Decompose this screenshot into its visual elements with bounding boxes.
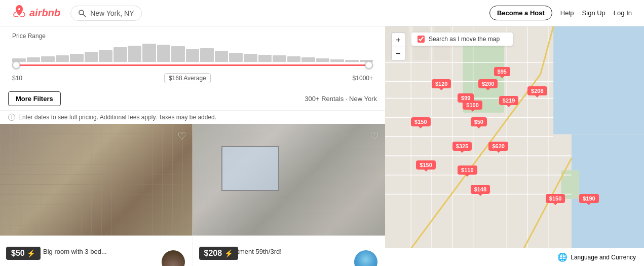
price-pin-4[interactable]: $100 — [463, 101, 482, 110]
header: airbnb New York, NY Become a Host Help S… — [0, 0, 644, 26]
price-histogram — [12, 44, 373, 62]
zoom-in-button[interactable]: + — [391, 32, 405, 47]
hist-bar — [128, 46, 142, 62]
wishlist-button-1[interactable]: ♡ — [177, 130, 186, 142]
slider-thumb-min[interactable] — [12, 61, 20, 69]
price-pin-11[interactable]: $150 — [416, 160, 435, 170]
hist-bar — [56, 55, 69, 62]
results-count: 300+ Rentals · New York — [305, 95, 377, 103]
map-panel[interactable]: + − Search as I move the map $95$120$200… — [385, 26, 644, 266]
price-pin-15[interactable]: $190 — [579, 194, 598, 203]
hist-bar — [215, 51, 229, 62]
listing-image-1 — [0, 124, 193, 236]
price-range-label: Price Range — [12, 32, 373, 40]
price-pin-7[interactable]: $150 — [411, 117, 430, 126]
hist-bar — [171, 46, 185, 62]
price-pin-13[interactable]: $148 — [471, 185, 490, 194]
host-avatar-image-1 — [162, 250, 185, 266]
map-background: + − Search as I move the map $95$120$200… — [385, 26, 644, 266]
host-avatar-image-2 — [354, 250, 377, 266]
price-pin-10[interactable]: $620 — [488, 142, 508, 151]
search-location-text: New York, NY — [90, 9, 134, 17]
listing-image-2 — [193, 124, 386, 236]
globe-icon: 🌐 — [557, 252, 567, 262]
map-svg — [385, 26, 644, 266]
hist-bar — [258, 55, 272, 62]
price-slider[interactable] — [12, 44, 373, 69]
search-bar[interactable]: New York, NY — [70, 6, 141, 21]
main-layout: Price Range — [0, 26, 644, 266]
price-pin-1[interactable]: $120 — [432, 79, 451, 88]
sign-up-link[interactable]: Sign Up — [582, 9, 605, 17]
listings-grid: ♡ $50 ⚡ Private bed, Big room with 3 bed… — [0, 124, 385, 266]
search-as-move-bar: Search as I move the map — [411, 32, 513, 46]
header-actions: Become a Host Help Sign Up Log In — [489, 6, 632, 20]
language-currency-bar[interactable]: 🌐 Language and Currency — [385, 248, 644, 266]
listing-card-2[interactable]: ♡ $208 ⚡ Dreamy Apartment 59th/3rd! — [193, 124, 386, 266]
hist-bar — [301, 57, 315, 62]
price-pin-0[interactable]: $95 — [494, 67, 510, 76]
hist-bar — [186, 49, 200, 62]
price-pin-2[interactable]: $200 — [478, 79, 498, 88]
logo[interactable]: airbnb — [12, 4, 60, 22]
price-range-section: Price Range — [0, 26, 385, 87]
hist-bar — [330, 59, 344, 62]
svg-line-1 — [83, 14, 86, 17]
log-in-link[interactable]: Log In — [614, 9, 632, 17]
search-move-checkbox[interactable] — [418, 36, 425, 43]
filters-bar: More Filters 300+ Rentals · New York — [0, 87, 385, 111]
hist-bar — [85, 52, 98, 62]
left-panel: Price Range — [0, 26, 385, 266]
price-min-label: $10 — [12, 75, 22, 82]
more-filters-button[interactable]: More Filters — [8, 91, 61, 106]
search-icon — [78, 9, 86, 17]
price-pin-5[interactable]: $219 — [499, 96, 518, 105]
slider-fill — [12, 64, 373, 66]
price-max-label: $1000+ — [353, 75, 373, 82]
price-pin-9[interactable]: $325 — [452, 142, 472, 151]
svg-rect-2 — [553, 26, 644, 134]
hist-bar — [113, 47, 127, 62]
lightning-icon-2: ⚡ — [224, 249, 233, 257]
zoom-out-button[interactable]: − — [391, 47, 405, 61]
price-pin-6[interactable]: $208 — [527, 86, 547, 95]
price-pin-12[interactable]: $110 — [458, 165, 477, 175]
price-pin-14[interactable]: $150 — [546, 194, 565, 203]
hist-bar — [99, 50, 112, 62]
hist-bar — [200, 48, 214, 62]
lightning-icon-1: ⚡ — [27, 249, 35, 257]
slider-thumb-max[interactable] — [365, 61, 373, 69]
hist-bar — [287, 56, 301, 62]
hist-bar — [157, 45, 171, 62]
hist-bar — [41, 56, 55, 62]
hist-bar — [273, 55, 286, 62]
price-labels: $10 $168 Average $1000+ — [12, 73, 373, 83]
info-bar: i Enter dates to see full pricing. Addit… — [0, 111, 385, 124]
hist-bar — [229, 53, 243, 62]
hist-bar — [244, 54, 257, 62]
hist-bar — [345, 60, 359, 62]
help-link[interactable]: Help — [560, 9, 574, 17]
hist-bar — [27, 57, 41, 62]
language-currency-label: Language and Currency — [571, 254, 636, 261]
price-badge-1: $50 ⚡ — [6, 247, 41, 260]
svg-line-22 — [541, 26, 554, 74]
price-avg-label: $168 Average — [164, 73, 211, 83]
logo-text: airbnb — [29, 7, 60, 19]
become-host-button[interactable]: Become a Host — [489, 6, 552, 20]
wishlist-button-2[interactable]: ♡ — [370, 130, 379, 142]
hist-bar — [70, 54, 84, 62]
info-icon: i — [8, 114, 15, 121]
search-move-label: Search as I move the map — [429, 36, 500, 43]
info-text: Enter dates to see full pricing. Additio… — [18, 114, 216, 121]
price-badge-2: $208 ⚡ — [199, 247, 238, 260]
svg-point-0 — [79, 10, 84, 15]
price-pin-8[interactable]: $50 — [471, 117, 487, 126]
map-controls: + − — [391, 32, 405, 61]
hist-bar — [316, 58, 330, 62]
listing-card-1[interactable]: ♡ $50 ⚡ Private bed, Big room with 3 bed… — [0, 124, 193, 266]
airbnb-logo-icon — [12, 4, 26, 22]
hist-bar — [142, 44, 156, 62]
